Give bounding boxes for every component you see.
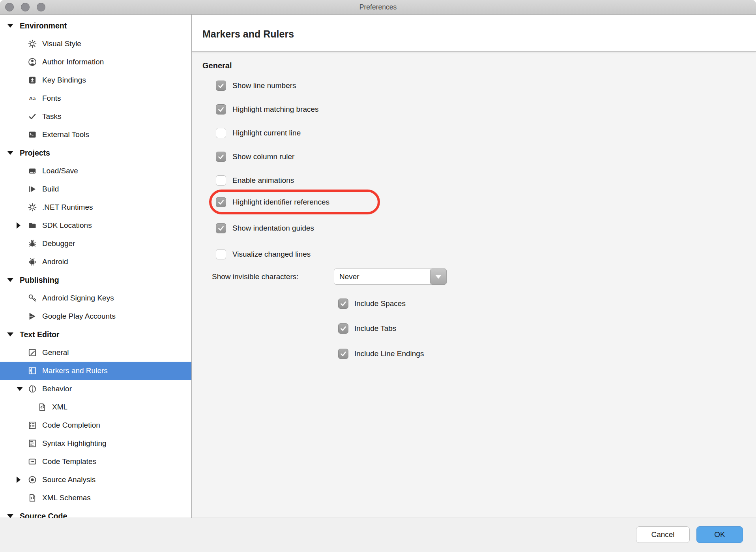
external-tools-icon: [28, 130, 37, 139]
svg-text:Aa: Aa: [29, 96, 36, 101]
sidebar-item-code-templates[interactable]: Code Templates: [0, 452, 191, 471]
sidebar-item-label: Load/Save: [42, 167, 78, 175]
sidebar-item-android[interactable]: Android: [0, 253, 191, 271]
sidebar-item-fonts[interactable]: AaFonts: [0, 89, 191, 107]
sidebar-item-debugger[interactable]: Debugger: [0, 235, 191, 253]
main-area: EnvironmentVisual StyleAuthor Informatio…: [0, 15, 756, 518]
sidebar-item-label: Fonts: [42, 94, 61, 103]
sidebar-item-load-save[interactable]: Load/Save: [0, 162, 191, 180]
disclosure-triangle-icon[interactable]: [17, 477, 21, 483]
sidebar-item-android-signing-keys[interactable]: Android Signing Keys: [0, 289, 191, 307]
checked-checkbox[interactable]: [338, 299, 348, 309]
unchecked-checkbox[interactable]: [216, 249, 226, 259]
setting-row-show-line-numbers[interactable]: Show line numbers: [216, 81, 296, 91]
setting-row-visualize-changed-lines[interactable]: Visualize changed lines: [216, 249, 311, 259]
sidebar-item-author-information[interactable]: Author Information: [0, 53, 191, 71]
sidebar-section-source-code[interactable]: Source Code: [0, 507, 191, 518]
checked-checkbox[interactable]: [338, 323, 348, 334]
signing-key-icon: [28, 293, 37, 303]
sidebar-section-environment[interactable]: Environment: [0, 17, 191, 35]
disclosure-triangle-icon[interactable]: [7, 278, 13, 282]
folder-icon: [28, 221, 37, 230]
sidebar-item-label: Markers and Rulers: [42, 366, 108, 375]
sidebar-item-syntax-highlighting[interactable]: Syntax Highlighting: [0, 434, 191, 452]
show-invisible-characters-label: Show invisible characters:: [212, 268, 299, 285]
sidebar-item-code-completion[interactable]: Code Completion: [0, 416, 191, 434]
sidebar-item-tasks[interactable]: Tasks: [0, 107, 191, 126]
xml-file-icon: [28, 493, 37, 503]
checked-checkbox[interactable]: [216, 223, 226, 233]
sidebar-item-external-tools[interactable]: External Tools: [0, 126, 191, 144]
sidebar-item-label: Syntax Highlighting: [42, 439, 107, 448]
disclosure-triangle-icon[interactable]: [7, 514, 13, 518]
checked-checkbox[interactable]: [216, 152, 226, 162]
sidebar-item-markers-and-rulers[interactable]: Markers and Rulers: [0, 362, 191, 380]
sidebar-item-label: XML: [52, 403, 67, 411]
sidebar-item-sdk-locations[interactable]: SDK Locations: [0, 216, 191, 235]
setting-row-show-column-ruler[interactable]: Show column ruler: [216, 152, 294, 162]
setting-row-enable-animations[interactable]: Enable animations: [216, 175, 294, 186]
sidebar-item-build[interactable]: Build: [0, 180, 191, 198]
sidebar-item-xml-schemas[interactable]: XML Schemas: [0, 489, 191, 507]
checked-checkbox[interactable]: [338, 349, 348, 359]
markers-rulers-icon: [28, 366, 37, 376]
sidebar-section-publishing[interactable]: Publishing: [0, 271, 191, 289]
sidebar-item-xml[interactable]: XML: [0, 398, 191, 416]
sidebar-item-behavior[interactable]: Behavior: [0, 380, 191, 398]
xml-file-icon: [37, 402, 47, 412]
setting-row-include-tabs[interactable]: Include Tabs: [338, 323, 396, 334]
gear-icon: [28, 39, 37, 49]
sidebar-item-general[interactable]: General: [0, 344, 191, 362]
android-icon: [28, 257, 37, 267]
code-completion-icon: [28, 421, 37, 430]
sidebar-item-label: External Tools: [42, 130, 89, 139]
google-play-icon: [28, 312, 37, 321]
sidebar-item-label: Behavior: [42, 385, 72, 393]
preferences-tree: EnvironmentVisual StyleAuthor Informatio…: [0, 15, 192, 518]
setting-row-highlight-matching-braces[interactable]: Highlight matching braces: [216, 104, 319, 115]
disclosure-triangle-icon[interactable]: [7, 24, 13, 28]
sidebar-item-net-runtimes[interactable]: .NET Runtimes: [0, 198, 191, 216]
sidebar-section-projects[interactable]: Projects: [0, 144, 191, 162]
setting-row-highlight-current-line[interactable]: Highlight current line: [216, 128, 301, 138]
sidebar-item-source-analysis[interactable]: Source Analysis: [0, 471, 191, 489]
checkbox-label: Enable animations: [232, 176, 294, 185]
sidebar-item-key-bindings[interactable]: Key Bindings: [0, 71, 191, 89]
title-bar[interactable]: Preferences: [0, 0, 756, 15]
cancel-button[interactable]: Cancel: [636, 526, 690, 543]
disclosure-triangle-icon[interactable]: [7, 151, 13, 155]
setting-row-show-indentation-guides[interactable]: Show indentation guides: [216, 223, 314, 233]
sidebar-item-label: Source Analysis: [42, 475, 95, 484]
sidebar-item-visual-style[interactable]: Visual Style: [0, 35, 191, 53]
disclosure-triangle-icon[interactable]: [7, 332, 13, 336]
unchecked-checkbox[interactable]: [216, 175, 226, 186]
setting-row-include-spaces[interactable]: Include Spaces: [338, 299, 406, 309]
ok-button[interactable]: OK: [696, 526, 743, 543]
disclosure-triangle-icon[interactable]: [17, 222, 21, 229]
chevron-down-icon: [435, 275, 442, 279]
sidebar-section-text-editor[interactable]: Text Editor: [0, 325, 191, 344]
window-title: Preferences: [0, 0, 756, 14]
show-invisible-characters-select[interactable]: Never: [334, 268, 447, 285]
sidebar-item-label: Build: [42, 185, 59, 193]
checked-checkbox[interactable]: [216, 197, 226, 207]
syntax-highlighting-icon: [28, 439, 37, 448]
checked-checkbox[interactable]: [216, 81, 226, 91]
fonts-icon: Aa: [28, 94, 37, 103]
unchecked-checkbox[interactable]: [216, 128, 226, 138]
sidebar-item-label: Google Play Accounts: [42, 312, 116, 321]
sidebar-item-label: Visual Style: [42, 39, 81, 48]
setting-row-include-line-endings[interactable]: Include Line Endings: [338, 349, 424, 359]
setting-row-highlight-identifier-references[interactable]: Highlight identifier references: [216, 197, 329, 207]
gear-icon: [28, 203, 37, 212]
brain-icon: [28, 384, 37, 394]
key-bindings-icon: [28, 75, 37, 85]
sidebar-item-google-play-accounts[interactable]: Google Play Accounts: [0, 307, 191, 325]
sidebar-item-label: Android Signing Keys: [42, 294, 114, 302]
settings-panel: General Show line numbersHighlight match…: [192, 53, 756, 518]
disclosure-triangle-icon[interactable]: [17, 387, 23, 391]
checked-checkbox[interactable]: [216, 104, 226, 115]
dialog-footer: Cancel OK: [0, 518, 756, 552]
dropdown-button[interactable]: [430, 268, 447, 285]
checkbox-label: Include Tabs: [354, 324, 396, 333]
